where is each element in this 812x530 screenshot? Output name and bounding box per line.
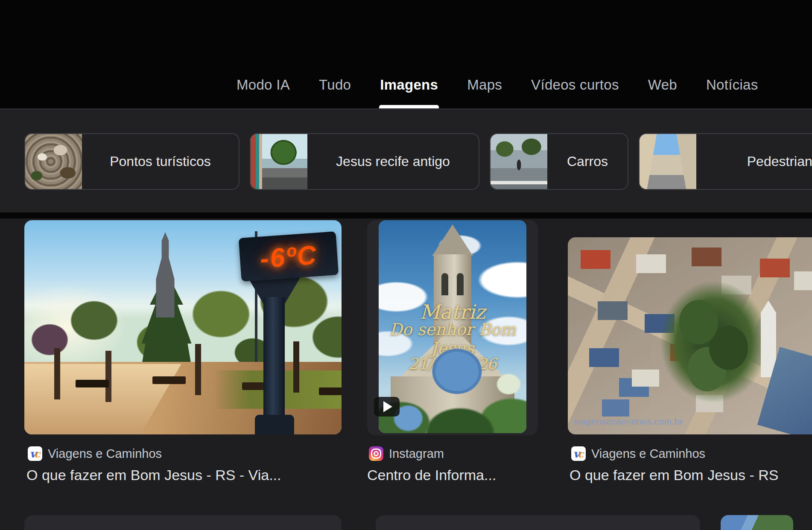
- park-benches: [152, 376, 186, 384]
- chip-pontos-turisticos[interactable]: Pontos turísticos: [24, 133, 240, 190]
- chip-pedestrianizacao[interactable]: Pedestrianização: [639, 133, 812, 190]
- result-title[interactable]: O que fazer em Bom Jesus - RS - Via...: [26, 467, 342, 483]
- chip-thumbnail-old-street: [251, 133, 307, 190]
- chip-label: Pedestrianização: [696, 154, 812, 169]
- result-title[interactable]: Centro de Informa...: [367, 467, 538, 483]
- source-name: Instagram: [389, 447, 444, 461]
- result-title[interactable]: O que fazer em Bom Jesus - RS: [570, 467, 812, 483]
- result-source-row[interactable]: vc Viagens e Caminhos: [28, 446, 162, 461]
- viagens-e-caminhos-favicon: vc: [571, 446, 586, 461]
- filter-band: Pontos turísticos Jesus recife antigo Ca…: [0, 110, 812, 213]
- loading-card-placeholder: [24, 515, 342, 530]
- tab-tudo[interactable]: Tudo: [318, 60, 352, 110]
- chip-carros[interactable]: Carros: [490, 133, 628, 190]
- chip-label: Carros: [547, 154, 628, 169]
- led-temperature-display: -6ºC: [239, 231, 339, 282]
- photo-watermark: viagensecaminhos.com.br: [574, 416, 683, 427]
- loading-card-placeholder: [376, 515, 700, 530]
- source-name: Viagens e Caminhos: [48, 447, 162, 461]
- tab-maps[interactable]: Maps: [466, 60, 503, 110]
- hydrangea-flowers: [379, 220, 526, 433]
- source-name: Viagens e Caminhos: [591, 447, 705, 461]
- result-image-partial[interactable]: [721, 515, 793, 530]
- tab-modo-ia[interactable]: Modo IA: [236, 60, 291, 110]
- chip-thumbnail-aerial-town: [25, 133, 82, 190]
- chip-jesus-recife-antigo[interactable]: Jesus recife antigo: [250, 133, 479, 190]
- chip-label: Jesus recife antigo: [307, 154, 479, 169]
- google-images-results-page: Modo IA Tudo Imagens Maps Vídeos curtos …: [0, 0, 812, 530]
- tab-imagens[interactable]: Imagens: [379, 60, 439, 110]
- result-source-row[interactable]: vc Viagens e Caminhos: [571, 446, 705, 461]
- instagram-camera-dot: [379, 449, 380, 451]
- result-image-aerial-town[interactable]: viagensecaminhos.com.br: [568, 237, 812, 434]
- search-tabs: Modo IA Tudo Imagens Maps Vídeos curtos …: [236, 60, 759, 110]
- church-photo: Matriz Do senhor Bom Jesus 21/01/2026: [379, 220, 526, 433]
- temperature-reading: -6ºC: [259, 239, 318, 274]
- thermometer-pole: [263, 297, 285, 434]
- tree-trunks: [54, 348, 60, 399]
- tab-noticias[interactable]: Notícias: [705, 60, 759, 110]
- header: Modo IA Tudo Imagens Maps Vídeos curtos …: [0, 0, 812, 110]
- result-image-plaza-thermometer[interactable]: -6ºC: [24, 220, 342, 434]
- play-button[interactable]: [374, 397, 400, 416]
- viagens-e-caminhos-favicon: vc: [28, 446, 42, 461]
- image-results-grid: -6ºC vc Viagens e Caminhos O que fazer e…: [0, 218, 812, 530]
- town-buildings: [581, 250, 610, 269]
- thermometer-pole-base: [255, 415, 294, 434]
- chip-label: Pontos turísticos: [82, 154, 239, 169]
- tab-web[interactable]: Web: [647, 60, 678, 110]
- central-plaza-trees: [660, 281, 768, 403]
- filter-chip-bar: Pontos turísticos Jesus recife antigo Ca…: [24, 133, 812, 190]
- chip-thumbnail-street-person: [491, 133, 547, 190]
- tab-videos-curtos[interactable]: Vídeos curtos: [530, 60, 620, 110]
- play-icon: [383, 401, 392, 412]
- result-source-row[interactable]: Instagram: [369, 446, 444, 461]
- instagram-favicon: [369, 446, 383, 461]
- chip-thumbnail-alley-sky: [640, 133, 696, 190]
- result-video-church[interactable]: Matriz Do senhor Bom Jesus 21/01/2026: [367, 220, 538, 435]
